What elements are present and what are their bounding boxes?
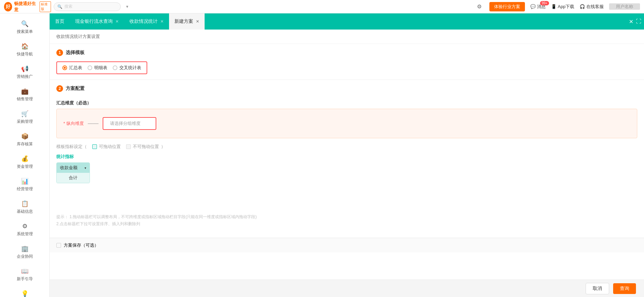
- inventory-icon: 📦: [21, 133, 29, 140]
- indicator-card-body: 合计: [57, 173, 90, 183]
- radio-detail-dot: [88, 65, 92, 70]
- sidebar-item-search[interactable]: 🔍 搜索菜单: [0, 16, 49, 39]
- hint-draggable-box: [92, 144, 97, 149]
- save-checkbox[interactable]: [56, 243, 61, 248]
- sidebar-item-system[interactable]: ⚙ 系统管理: [0, 218, 49, 241]
- tab-cash-bank-close[interactable]: ✕: [115, 19, 119, 24]
- sidebar-item-purchase[interactable]: 🛒 采购管理: [0, 106, 49, 129]
- corp-icon: 🏢: [21, 245, 29, 252]
- window-maximize-icon[interactable]: ⛶: [636, 18, 641, 24]
- radio-cross-dot: [113, 65, 117, 70]
- top-actions: ⚙ 体验行业方案 💬 消息 99+ 📱 App下载 🎧 在线客服 用户名称: [475, 2, 640, 11]
- chevron-down-icon[interactable]: ▾: [85, 166, 86, 170]
- tips-section: 提示： 1.拖动标题栏可以调整布局，不可跨维度或指标区域拖动栏目字段(只能在同一…: [56, 210, 637, 232]
- indicator-card-body-text: 合计: [69, 175, 77, 180]
- query-button[interactable]: 查询: [613, 283, 636, 294]
- user-info[interactable]: 用户名称: [609, 4, 640, 10]
- gear-button[interactable]: ⚙: [475, 2, 484, 11]
- sidebar-item-corp-collab[interactable]: 🏢 企业协同: [0, 241, 49, 263]
- sidebar-label-corp-collab: 企业协同: [17, 254, 33, 259]
- step2-badge: 2: [56, 85, 63, 92]
- step1-title: 1 选择模板: [56, 49, 637, 56]
- sidebar-item-hardware[interactable]: 💡 智能硬件: [0, 286, 49, 297]
- cancel-button[interactable]: 取消: [586, 283, 609, 294]
- online-service-button[interactable]: 🎧 在线客服: [580, 4, 604, 10]
- service-label: 在线客服: [586, 4, 604, 10]
- search-menu-icon: 🔍: [21, 20, 29, 28]
- tab-cash-bank[interactable]: 现金银行流水查询 ✕: [70, 13, 124, 30]
- tab-collection-stats[interactable]: 收款情况统计 ✕: [124, 13, 169, 30]
- dimension-arrow: ——: [88, 120, 99, 127]
- search-dropdown-icon[interactable]: ▾: [126, 4, 128, 9]
- tab-home-label: 首页: [55, 18, 64, 24]
- save-label: 方案保存（可选）: [64, 242, 99, 248]
- top-bar: 好 畅捷通好生意 标准版 🔍 搜索 ▾ ⚙ 体验行业方案 💬 消息 99+ 📱 …: [0, 0, 644, 13]
- sidebar-item-newbie[interactable]: 📖 新手引导: [0, 263, 49, 286]
- message-button[interactable]: 💬 消息 99+: [530, 4, 546, 10]
- marketing-icon: 📢: [21, 65, 29, 72]
- app-label: App下载: [558, 4, 574, 10]
- username: 用户名称: [609, 3, 640, 10]
- vertical-dimension-label: * 纵向维度: [63, 120, 84, 127]
- tab-new-plan-label: 新建方案: [174, 18, 193, 24]
- system-icon: ⚙: [22, 222, 28, 230]
- sidebar-label-finance: 资金管理: [17, 164, 33, 169]
- dimension-placeholder: 请选择分组维度: [110, 121, 141, 126]
- app-icon: 📱: [551, 4, 556, 9]
- sidebar-item-basic-info[interactable]: 📋 基础信息: [0, 196, 49, 218]
- dimension-area: * 纵向维度 —— 请选择分组维度: [56, 109, 637, 138]
- content-area: 首页 现金银行流水查询 ✕ 收款情况统计 ✕ 新建方案 ✕ ✕ ⛶: [50, 13, 644, 297]
- home-icon: 🏠: [21, 43, 29, 50]
- radio-summary-label: 汇总表: [69, 65, 82, 71]
- sidebar-item-finance[interactable]: 💰 资金管理: [0, 151, 49, 174]
- radio-summary[interactable]: 汇总表: [62, 65, 82, 71]
- page-header-title: 收款情况统计方案设置: [56, 34, 100, 39]
- sidebar-item-quicknav[interactable]: 🏠 快捷导航: [0, 39, 49, 61]
- tip-line-2: 2.点击标题栏下拉可设置排序、插入列和删除列: [56, 221, 631, 227]
- indicator-card-header[interactable]: 收款金额 ▾: [57, 163, 90, 173]
- indicators-section: 模板指标设定（ 可拖动位置 不可拖动位置 ） 统计指标: [56, 144, 637, 183]
- window-close-icon[interactable]: ✕: [629, 18, 633, 25]
- sidebar-item-management[interactable]: 📊 经营管理: [0, 174, 49, 196]
- sidebar-label-sales: 销售管理: [17, 96, 33, 102]
- bottom-bar: 取消 查询: [50, 280, 644, 297]
- main-layout: 🔍 搜索菜单 🏠 快捷导航 📢 营销推广 💼 销售管理 🛒 采购管理 📦 库存核…: [0, 13, 644, 297]
- tab-collection-stats-close[interactable]: ✕: [160, 19, 164, 24]
- sidebar-label-basic-info: 基础信息: [17, 209, 33, 214]
- hint-fixed: 不可拖动位置 ）: [126, 144, 165, 150]
- sidebar-label-newbie: 新手引导: [17, 276, 33, 282]
- sidebar-item-marketing[interactable]: 📢 营销推广: [0, 61, 49, 84]
- indicator-card-payment[interactable]: 收款金额 ▾ 合计: [56, 162, 90, 183]
- step2-title: 2 方案配置: [56, 85, 637, 92]
- service-icon: 🎧: [580, 4, 585, 9]
- hint-draggable-label: 可拖动位置: [99, 144, 121, 150]
- sidebar-item-sales[interactable]: 💼 销售管理: [0, 84, 49, 106]
- tab-new-plan-close[interactable]: ✕: [196, 19, 199, 24]
- tip-line-1: 提示： 1.拖动标题栏可以调整布局，不可跨维度或指标区域拖动栏目字段(只能在同一…: [56, 214, 631, 220]
- basic-info-icon: 📋: [21, 200, 29, 207]
- industry-button[interactable]: 体验行业方案: [489, 2, 525, 11]
- indicator-cards: 收款金额 ▾ 合计: [56, 162, 637, 183]
- window-buttons: ✕ ⛶: [629, 18, 644, 25]
- message-icon: 💬: [530, 4, 536, 9]
- search-icon: 🔍: [57, 4, 62, 9]
- sidebar-label-marketing: 营销推广: [17, 74, 33, 80]
- sidebar: 🔍 搜索菜单 🏠 快捷导航 📢 营销推广 💼 销售管理 🛒 采购管理 📦 库存核…: [0, 13, 50, 297]
- tab-bar: 首页 现金银行流水查询 ✕ 收款情况统计 ✕ 新建方案 ✕ ✕ ⛶: [50, 13, 644, 30]
- tab-new-plan[interactable]: 新建方案 ✕: [169, 13, 205, 30]
- sidebar-item-inventory[interactable]: 📦 库存核算: [0, 129, 49, 151]
- dimension-select[interactable]: 请选择分组维度: [103, 117, 156, 130]
- indicator-card-header-text: 收款金额: [60, 165, 77, 171]
- indicators-hint: 模板指标设定（ 可拖动位置 不可拖动位置 ）: [56, 144, 637, 150]
- summary-dimension-label: 汇总维度（必选）: [56, 100, 91, 105]
- summary-dimension-title: 汇总维度（必选）: [56, 97, 637, 109]
- app-download-button[interactable]: 📱 App下载: [551, 4, 574, 10]
- indicators-section-label: 统计指标: [56, 154, 637, 160]
- template-options-box: 汇总表 明细表 交叉统计表: [56, 61, 147, 74]
- radio-detail[interactable]: 明细表: [88, 65, 107, 71]
- search-box[interactable]: 🔍 搜索: [54, 2, 121, 11]
- tab-home[interactable]: 首页: [50, 13, 70, 30]
- step1-label: 选择模板: [66, 50, 85, 56]
- hardware-icon: 💡: [21, 290, 29, 297]
- radio-cross[interactable]: 交叉统计表: [113, 65, 141, 71]
